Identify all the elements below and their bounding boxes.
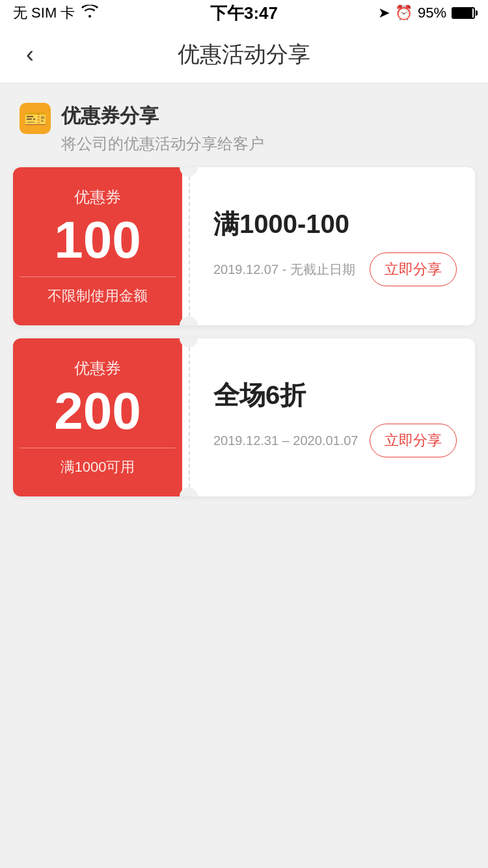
coupon-right-2: 全场6折 2019.12.31 – 2020.01.07 立即分享	[195, 338, 475, 496]
coupon-bottom-1: 2019.12.07 - 无截止日期 立即分享	[213, 252, 457, 286]
status-right: ➤ ⏰ 95%	[378, 5, 475, 21]
share-button-1[interactable]: 立即分享	[370, 252, 457, 286]
nav-bar: ‹ 优惠活动分享	[0, 26, 488, 83]
coupon-date-2: 2019.12.31 – 2020.01.07	[213, 433, 358, 448]
coupon-name-2: 全场6折	[213, 377, 457, 413]
section-icon: 🎫	[20, 103, 51, 134]
coupon-card-2: 优惠券 200 满1000可用 全场6折 2019.12.31 – 2020.0…	[13, 338, 475, 496]
alarm-icon: ⏰	[395, 5, 413, 21]
coupon-amount-1: 100	[54, 214, 141, 266]
bottom-space	[0, 496, 488, 822]
back-button[interactable]: ‹	[20, 34, 40, 75]
coupon-left-2: 优惠券 200 满1000可用	[13, 338, 182, 496]
coupon-date-1: 2019.12.07 - 无截止日期	[213, 261, 355, 278]
coupon-name-1: 满1000-100	[213, 206, 457, 242]
coupon-amount-2: 200	[54, 385, 141, 437]
section-text-block: 优惠券分享 将公司的优惠活动分享给客户	[61, 103, 264, 154]
coupon-left-1: 优惠券 100 不限制使用金额	[13, 167, 182, 325]
status-bar: 无 SIM 卡 下午3:47 ➤ ⏰ 95%	[0, 0, 488, 26]
wifi-icon	[81, 5, 98, 21]
coupon-label-2: 优惠券	[74, 358, 121, 379]
section-header: 🎫 优惠券分享 将公司的优惠活动分享给客户	[0, 83, 488, 167]
section-subtitle: 将公司的优惠活动分享给客户	[61, 133, 264, 154]
carrier-text: 无 SIM 卡	[13, 3, 75, 23]
coupon-right-1: 满1000-100 2019.12.07 - 无截止日期 立即分享	[195, 167, 475, 325]
status-left: 无 SIM 卡	[13, 3, 98, 23]
location-icon: ➤	[378, 5, 390, 21]
battery-icon	[452, 7, 475, 19]
coupon-condition-1: 不限制使用金额	[47, 286, 148, 306]
coupon-label-1: 优惠券	[74, 187, 121, 208]
coupon-card-1: 优惠券 100 不限制使用金额 满1000-100 2019.12.07 - 无…	[13, 167, 475, 325]
coupon-emoji-icon: 🎫	[24, 108, 47, 129]
coupon-condition-2: 满1000可用	[61, 457, 135, 477]
status-time: 下午3:47	[210, 2, 278, 25]
page-title: 优惠活动分享	[178, 40, 310, 70]
section-title: 优惠券分享	[61, 103, 264, 129]
coupon-list: 优惠券 100 不限制使用金额 满1000-100 2019.12.07 - 无…	[0, 167, 488, 496]
coupon-bottom-2: 2019.12.31 – 2020.01.07 立即分享	[213, 424, 457, 457]
battery-text: 95%	[418, 5, 446, 21]
share-button-2[interactable]: 立即分享	[370, 424, 457, 457]
